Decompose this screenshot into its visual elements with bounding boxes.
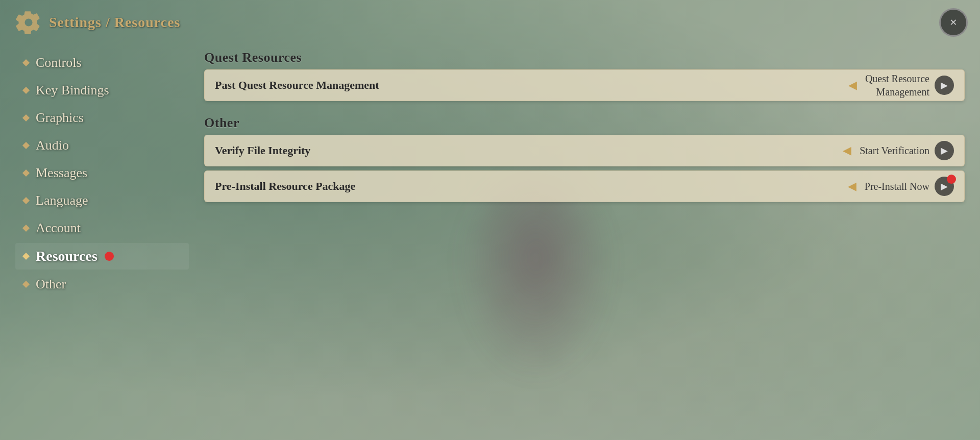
sidebar-item-language[interactable]: Language [15,188,189,213]
sidebar-item-resources[interactable]: Resources [15,243,189,270]
quest-resources-section: Quest Resources Past Quest Resource Mana… [204,50,965,105]
arrow-right-button[interactable]: ▶ [935,141,954,160]
pre-install-resource-row[interactable]: Pre-Install Resource Package ◀ Pre-Insta… [204,170,965,202]
header: Settings / Resources [0,0,980,45]
sidebar-item-account[interactable]: Account [15,215,189,241]
sidebar-item-label: Account [36,221,81,236]
pre-install-notification-badge [947,175,956,184]
notification-badge [105,252,114,261]
pre-install-value: Pre-Install Now [865,180,929,193]
sidebar-item-label: Key Bindings [36,83,109,98]
arrow-btn-wrapper: ▶ [935,177,954,196]
sidebar-item-label: Messages [36,165,87,181]
content-area: Quest Resources Past Quest Resource Mana… [204,45,965,425]
section-title-other: Other [204,115,965,131]
past-quest-resource-label: Past Quest Resource Management [215,79,848,92]
sidebar-item-graphics[interactable]: Graphics [15,105,189,131]
sidebar-item-label: Audio [36,138,69,153]
verify-file-controls: ◀ Start Verification ▶ [843,141,954,160]
sidebar-item-messages[interactable]: Messages [15,160,189,186]
sidebar-item-label: Resources [36,248,97,264]
past-quest-resource-controls: ◀ Quest ResourceManagement ▶ [848,72,954,99]
close-button[interactable]: × [939,8,968,37]
diamond-icon [22,114,30,121]
verify-file-integrity-label: Verify File Integrity [215,144,843,157]
section-title-quest-resources: Quest Resources [204,50,965,65]
arrow-left-icon: ◀ [843,144,851,157]
verify-file-integrity-row[interactable]: Verify File Integrity ◀ Start Verificati… [204,135,965,166]
sidebar-item-label: Other [36,277,66,292]
diamond-icon [22,59,30,66]
past-quest-resource-row[interactable]: Past Quest Resource Management ◀ Quest R… [204,69,965,101]
gear-icon [15,9,42,36]
pre-install-controls: ◀ Pre-Install Now ▶ [848,177,954,196]
sidebar-item-label: Graphics [36,110,84,126]
settings-panel: Settings / Resources × Controls Key Bind… [0,0,980,440]
sidebar: Controls Key Bindings Graphics Audio Mes… [15,45,189,425]
sidebar-item-controls[interactable]: Controls [15,50,189,76]
diamond-icon [22,87,30,94]
past-quest-resource-value: Quest ResourceManagement [865,72,929,99]
sidebar-item-audio[interactable]: Audio [15,133,189,158]
arrow-left-icon: ◀ [848,180,856,193]
arrow-right-button[interactable]: ▶ [935,76,954,95]
other-resources-section: Other Verify File Integrity ◀ Start Veri… [204,115,965,206]
header-title: Settings / Resources [49,14,180,31]
diamond-icon [22,197,30,204]
diamond-icon [22,281,30,288]
diamond-icon [22,253,30,260]
sidebar-item-label: Controls [36,55,82,70]
diamond-icon [22,169,30,177]
verify-file-value: Start Verification [860,144,929,157]
sidebar-item-label: Language [36,193,88,208]
diamond-icon [22,225,30,232]
main-content: Controls Key Bindings Graphics Audio Mes… [0,45,980,440]
sidebar-item-other[interactable]: Other [15,272,189,297]
sidebar-item-key-bindings[interactable]: Key Bindings [15,78,189,103]
pre-install-resource-label: Pre-Install Resource Package [215,180,848,193]
diamond-icon [22,142,30,149]
arrow-left-icon: ◀ [848,79,857,92]
